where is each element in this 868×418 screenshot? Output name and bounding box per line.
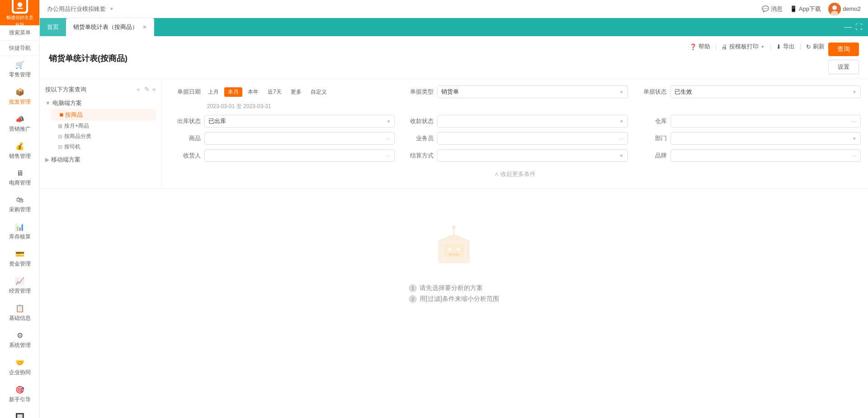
dropdown-arrow-icon: ▼ (109, 6, 114, 11)
product-select[interactable]: ··· (204, 132, 395, 145)
dept-select[interactable]: ▼ (670, 132, 861, 145)
export-button[interactable]: ⬇ 导出 (776, 43, 795, 51)
scheme-tree: ▼ 电脑端方案 按商品 ▦ 按月+商品 (45, 97, 156, 166)
app-logo[interactable]: 畅捷信好生意 标版 (0, 0, 39, 25)
app-download-button[interactable]: 📱 App下载 (790, 5, 821, 13)
svg-rect-2 (17, 8, 23, 9)
sidebar-item-operations[interactable]: 📈 经营管理 (0, 272, 39, 299)
svg-point-9 (448, 247, 451, 251)
print-label: 按模板打印 (729, 43, 759, 51)
sidebar-item-marketing[interactable]: 📣 营销推广 (0, 110, 39, 138)
settlement-label: 结算方式 (402, 152, 434, 160)
sidebar-item-enterprise[interactable]: 🤝 企业协同 (0, 354, 39, 381)
filter-row-1: 单据日期 上月 本月 本年 近7天 更多 自定义 (169, 86, 861, 98)
date-tab-this-month[interactable]: 本月 (224, 87, 242, 97)
sidebar-item-label-inventory: 库存核算 (9, 233, 31, 241)
sidebar-item-sales[interactable]: 💰 销售管理 (0, 138, 39, 165)
user-menu[interactable]: demo2 (828, 3, 861, 15)
scheme-item-by-month-product-label: 按月+商品 (64, 122, 89, 130)
scheme-add-icon[interactable]: ＋ (135, 86, 142, 94)
date-tab-custom[interactable]: 自定义 (307, 87, 330, 97)
settlement-select[interactable]: ▼ (437, 149, 627, 162)
doc-status-select[interactable]: 已生效 ▼ (670, 86, 861, 98)
sidebar-item-label-operations: 经营管理 (9, 287, 31, 295)
date-tab-7days[interactable]: 近7天 (264, 87, 285, 97)
tab-maximize-icon[interactable]: ⛶ (855, 23, 863, 31)
tab-stats[interactable]: 销货单统计表（按商品） ✕ (66, 18, 154, 36)
group-desktop-label: 电脑端方案 (52, 99, 82, 107)
scheme-group-desktop-header[interactable]: ▼ 电脑端方案 (45, 97, 156, 109)
scheme-item-by-machine[interactable]: ▤ 按司机 (51, 142, 156, 152)
salesperson-select[interactable]: ··· (437, 132, 627, 145)
filter-recipient: 收货人 ··· (169, 149, 395, 162)
sidebar-item-apps[interactable]: 🔲 应用中心 (0, 408, 39, 418)
date-tabs: 上月 本月 本年 近7天 更多 自定义 (204, 87, 330, 97)
active-dot-icon (60, 113, 63, 117)
logo-icon (12, 0, 28, 14)
collapse-more-button[interactable]: ∧ 收起更多条件 (169, 166, 861, 182)
sidebar-item-ecommerce[interactable]: 🖥 电商管理 (0, 165, 39, 191)
warehouse-dots-icon[interactable]: ··· (851, 118, 857, 125)
settings-button[interactable]: 设置 (828, 60, 859, 74)
svg-point-4 (832, 5, 837, 10)
tab-close-icon[interactable]: ✕ (142, 24, 147, 30)
recipient-select[interactable]: ··· (204, 149, 395, 162)
enterprise-icon: 🤝 (15, 358, 24, 367)
warehouse-select[interactable]: ··· (670, 115, 861, 128)
purchase-icon: 🛍 (16, 196, 24, 204)
dept-label: 部门 (635, 134, 667, 142)
quick-label: 快捷导航 (9, 45, 31, 51)
scheme-item-by-product[interactable]: 按商品 (51, 109, 156, 121)
mobile-group-arrow-icon: ▶ (45, 157, 49, 163)
salesperson-dots-icon[interactable]: ··· (618, 135, 624, 142)
app-download-label: App下载 (799, 5, 821, 13)
sidebar-item-system[interactable]: ⚙ 系统管理 (0, 327, 39, 354)
sidebar-quick-nav[interactable]: 快捷导航 (0, 41, 39, 56)
brand-dots-icon[interactable]: ··· (851, 152, 857, 159)
scheme-edit-icon[interactable]: ✎ (144, 86, 150, 94)
date-tab-last-month[interactable]: 上月 (204, 87, 222, 97)
print-button[interactable]: 🖨 按模板打印 ▼ (722, 43, 765, 51)
scheme-item-by-month-product[interactable]: ▦ 按月+商品 (51, 121, 156, 131)
date-tab-more[interactable]: 更多 (287, 87, 305, 97)
scheme-collapse-icon[interactable]: « (152, 86, 156, 94)
sidebar-search[interactable]: 搜索菜单 (0, 25, 39, 41)
doc-type-arrow-icon: ▼ (619, 90, 624, 95)
recipient-dots-icon[interactable]: ··· (386, 152, 391, 159)
message-button[interactable]: 💬 消息 (762, 5, 783, 13)
tabbar: 首页 销货单统计表（按商品） ✕ — ⛶ (40, 18, 868, 36)
scheme-item-by-category[interactable]: ▤ 按商品分类 (51, 131, 156, 142)
tab-home[interactable]: 首页 (40, 18, 66, 36)
filter-row-4: 收货人 ··· 结算方式 ▼ 品牌 (169, 149, 861, 162)
out-status-value: 已出库 (208, 117, 226, 125)
tab-stats-label: 销货单统计表（按商品） (73, 23, 138, 31)
filter-receipt-status: 收款状态 ▼ (402, 115, 627, 128)
sidebar-item-finance[interactable]: 💳 资金管理 (0, 245, 39, 272)
product-dots-icon[interactable]: ··· (386, 135, 391, 142)
download-icon: 📱 (790, 5, 797, 12)
app-name: 畅捷信好生意 (6, 14, 33, 21)
sidebar-item-purchase[interactable]: 🛍 采购管理 (0, 191, 39, 218)
date-tab-this-year[interactable]: 本年 (244, 87, 262, 97)
receipt-status-select[interactable]: ▼ (437, 115, 627, 128)
tab-minimize-icon[interactable]: — (844, 23, 852, 31)
group-arrow-icon: ▼ (45, 100, 51, 106)
query-button[interactable]: 查询 (828, 43, 859, 56)
sidebar-item-label-sales: 销售管理 (9, 152, 31, 160)
page-title: 销货单统计表(按商品) (49, 53, 127, 64)
scheme-group-mobile-header[interactable]: ▶ 移动端方案 (45, 154, 156, 166)
search-label: 搜索菜单 (9, 29, 31, 36)
brand-select[interactable]: ··· (670, 149, 861, 162)
basic-icon: 📋 (15, 304, 24, 313)
sidebar-item-guide[interactable]: 🎯 新手引导 (0, 381, 39, 408)
sidebar-item-basic[interactable]: 📋 基础信息 (0, 299, 39, 327)
refresh-button[interactable]: ↻ 刷新 (806, 43, 825, 51)
sidebar-item-inventory[interactable]: 📊 库存核算 (0, 218, 39, 245)
sidebar-item-retail[interactable]: 🛒 零售管理 (0, 56, 39, 83)
sidebar-item-wholesale[interactable]: 📦 批发管理 (0, 83, 39, 110)
doc-type-select[interactable]: 销货单 ▼ (437, 86, 627, 98)
help-button[interactable]: ❓ 帮助 (689, 43, 710, 51)
retail-icon: 🛒 (15, 61, 24, 69)
filter-product: 商品 ··· (169, 132, 395, 145)
out-status-select[interactable]: 已出库 ▼ (204, 115, 395, 128)
